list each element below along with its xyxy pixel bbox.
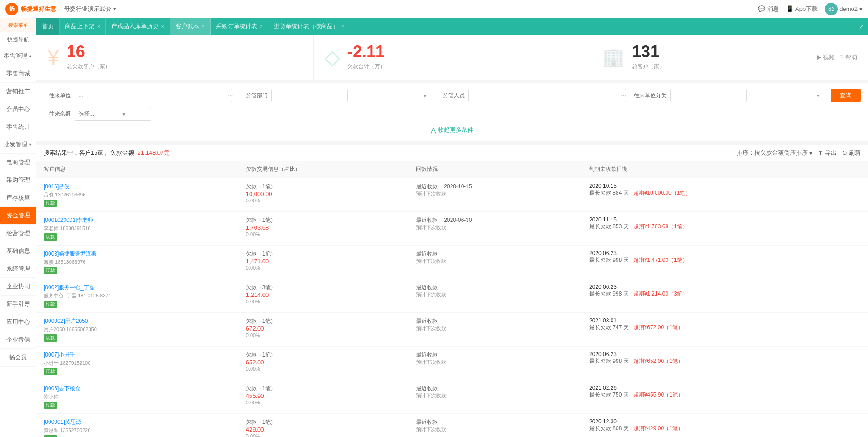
sidebar-item-ecommerce[interactable]: 电商管理 bbox=[0, 154, 36, 171]
customer-name-link[interactable]: [0016]吕俊 bbox=[44, 183, 231, 191]
overdue-amount-link[interactable]: 超期¥429.00（1笔） bbox=[633, 425, 683, 432]
customer-name-link[interactable]: [0006]去下粮仓 bbox=[44, 385, 231, 392]
collapse-button[interactable]: ⋀ 收起更多条件 bbox=[429, 124, 475, 136]
overdue-amount-link[interactable]: 超期¥455.90（1笔） bbox=[633, 392, 683, 398]
overdue-amount-link[interactable]: 超期¥672.00（1笔） bbox=[633, 324, 683, 331]
tab-customer-account[interactable]: 客户账本 × bbox=[170, 18, 211, 35]
tab-close-icon[interactable]: × bbox=[161, 24, 164, 29]
search-button[interactable]: 查询 bbox=[831, 89, 861, 102]
customer-tag: 现款 bbox=[44, 200, 57, 207]
debt-amount[interactable]: 1,703.68 bbox=[246, 224, 401, 231]
sidebar-label: 零售商城 bbox=[6, 70, 30, 77]
sidebar-item-marketing[interactable]: 营销推广 bbox=[0, 83, 36, 100]
recent-pay-label: 最近收款 bbox=[416, 352, 442, 358]
debt-amount[interactable]: 429.00 bbox=[246, 426, 401, 433]
refresh-button[interactable]: ↻ 刷新 bbox=[842, 149, 861, 157]
tab-purchase-order[interactable]: 采购订单统计表 × bbox=[211, 18, 269, 35]
filter-row-2: 往来余额 ▾ bbox=[44, 107, 861, 121]
overdue-amount-link[interactable]: 超期¥1,471.00（1笔） bbox=[633, 257, 688, 263]
sidebar-item-batch-mgmt[interactable]: 批发管理 ▼ bbox=[0, 136, 36, 154]
store-selector[interactable]: 母婴行业演示账套 ▾ bbox=[60, 5, 116, 13]
due-date: 2020.11.15 bbox=[589, 216, 861, 223]
debt-amount[interactable]: 1,471.00 bbox=[246, 258, 401, 265]
quick-nav-item[interactable]: 快捷导航 bbox=[0, 32, 36, 47]
view-label: 视频 bbox=[823, 53, 835, 61]
sidebar-item-retail-mgmt[interactable]: 零售管理 ▲ bbox=[0, 47, 36, 65]
sidebar-item-app-center[interactable]: 应用中心 bbox=[0, 313, 36, 331]
due-date: 2020.12.30 bbox=[589, 418, 861, 425]
customer-sub: 李老师 18600391516 bbox=[44, 226, 90, 231]
debt-count: 欠款（1笔） bbox=[246, 385, 276, 392]
help-button[interactable]: ? 帮助 bbox=[840, 53, 857, 61]
sidebar-item-corp[interactable]: 企业协同 bbox=[0, 278, 36, 296]
view-video-button[interactable]: ▶ 视频 bbox=[817, 53, 835, 61]
search-menu[interactable]: 搜索菜单 bbox=[0, 18, 36, 32]
cell-debt-6: 欠款（1笔） 455.90 0.00% bbox=[239, 380, 409, 414]
tab-prod-in-history[interactable]: 产成品入库单历史 × bbox=[106, 18, 170, 35]
cell-payment-0: 最近收款 2020-10-15 预计下次收款 bbox=[409, 178, 582, 212]
sidebar-item-purchase[interactable]: 采购管理 bbox=[0, 171, 36, 189]
sidebar-item-vip-member[interactable]: 畅会员 bbox=[0, 349, 36, 367]
help-label: 帮助 bbox=[845, 53, 857, 61]
customer-name-link[interactable]: [0002]服务中心_丁磊 bbox=[44, 284, 231, 291]
sidebar-item-retail-stat[interactable]: 零售统计 bbox=[0, 118, 36, 136]
table-row: [0007]小进千 小进千 18279152100 现款 欠款（1笔） 652.… bbox=[36, 347, 868, 380]
person-more-icon[interactable]: ··· bbox=[621, 91, 627, 100]
debt-amount[interactable]: 455.90 bbox=[246, 392, 401, 399]
tab-close-icon[interactable]: × bbox=[341, 24, 344, 29]
overdue-amount-link[interactable]: 超期¥1,214.00（3笔） bbox=[633, 291, 688, 297]
balance-input[interactable] bbox=[75, 107, 151, 121]
overdue-amount-link[interactable]: 超期¥652.00（1笔） bbox=[633, 358, 683, 364]
customer-name-link[interactable]: [0003]畅捷服务尹海燕 bbox=[44, 250, 231, 258]
person-input[interactable] bbox=[468, 89, 626, 102]
export-button[interactable]: ⬆ 导出 bbox=[818, 149, 837, 157]
dept-input[interactable] bbox=[271, 89, 348, 102]
sort-select[interactable]: 排序：按欠款金额倒序排序 ▾ bbox=[737, 149, 813, 157]
message-button[interactable]: 💬 消息 bbox=[758, 5, 779, 13]
tab-home[interactable]: 首页 bbox=[36, 18, 60, 35]
sort-label: 排序：按欠款金额倒序排序 bbox=[737, 149, 808, 157]
tab-label: 商品上下架 bbox=[65, 22, 95, 30]
customer-name-link[interactable]: [0001020001]李老师 bbox=[44, 216, 231, 224]
tab-close-icon[interactable]: × bbox=[202, 24, 205, 29]
table-row: [0003]畅捷服务尹海燕 海燕 18513066976 现款 欠款（1笔） 1… bbox=[36, 246, 868, 279]
debt-amount[interactable]: 1,214.00 bbox=[246, 291, 401, 298]
customer-name-link[interactable]: [0007]小进千 bbox=[44, 351, 231, 359]
debt-amount[interactable]: 10,000.00 bbox=[246, 191, 401, 197]
sidebar-label: 基础信息 bbox=[6, 247, 30, 254]
overdue-amount-link[interactable]: 超期¥1,703.68（1笔） bbox=[633, 223, 688, 230]
sidebar-item-finance[interactable]: 资金管理 bbox=[0, 207, 36, 225]
balance-select-wrap: ▾ bbox=[75, 107, 129, 121]
sidebar-item-system[interactable]: 系统管理 bbox=[0, 260, 36, 278]
customer-name-link[interactable]: [000002]用户2050 bbox=[44, 317, 231, 325]
sidebar-label: 零售管理 bbox=[4, 52, 27, 60]
tab-close-icon[interactable]: × bbox=[260, 24, 263, 29]
from-unit-more-icon[interactable]: ··· bbox=[227, 91, 233, 100]
tab-maximize-icon[interactable]: ⤢ bbox=[859, 23, 864, 30]
tab-minimize-icon[interactable]: — bbox=[849, 23, 855, 30]
sidebar-item-base-info[interactable]: 基础信息 bbox=[0, 242, 36, 260]
sidebar-item-corp-wechat[interactable]: 企业微信 bbox=[0, 331, 36, 349]
app-download-button[interactable]: 📱 App下载 bbox=[786, 5, 818, 13]
help-icon: ? bbox=[840, 54, 843, 60]
sidebar-item-member[interactable]: 会员中心 bbox=[0, 100, 36, 118]
table-row: [000001]黄思源 黄思源 13552700226 现款 欠款（1笔） 42… bbox=[36, 414, 868, 437]
debt-amount[interactable]: 652.00 bbox=[246, 359, 401, 366]
sidebar-item-retail-shop[interactable]: 零售商城 bbox=[0, 65, 36, 83]
tab-close-icon[interactable]: × bbox=[97, 24, 100, 29]
result-info: 搜索结果中，客户16家， 欠款金额 -21,148.07元 bbox=[44, 149, 170, 157]
sidebar-item-ops[interactable]: 经营管理 bbox=[0, 225, 36, 242]
overdue-amount-link[interactable]: 超期¥10,000.00（1笔） bbox=[633, 190, 691, 196]
sidebar-item-inventory[interactable]: 库存核算 bbox=[0, 189, 36, 207]
filter-from-unit: 往来单位 ··· bbox=[44, 89, 233, 102]
sidebar-label: 会员中心 bbox=[6, 105, 30, 112]
from-unit-input[interactable] bbox=[75, 89, 232, 102]
tab-product-list[interactable]: 商品上下架 × bbox=[60, 18, 106, 35]
sidebar-item-newbie[interactable]: 新手引导 bbox=[0, 296, 36, 313]
tab-purchase-stats[interactable]: 进货单统计表（按商品） × bbox=[268, 18, 350, 35]
unit-class-input[interactable] bbox=[670, 89, 747, 102]
customer-name-link[interactable]: [000001]黄思源 bbox=[44, 418, 231, 426]
debt-amount[interactable]: 672.00 bbox=[246, 325, 401, 332]
user-menu[interactable]: d2 demo2 ▾ bbox=[825, 3, 863, 15]
tab-label: 采购订单统计表 bbox=[216, 22, 257, 30]
